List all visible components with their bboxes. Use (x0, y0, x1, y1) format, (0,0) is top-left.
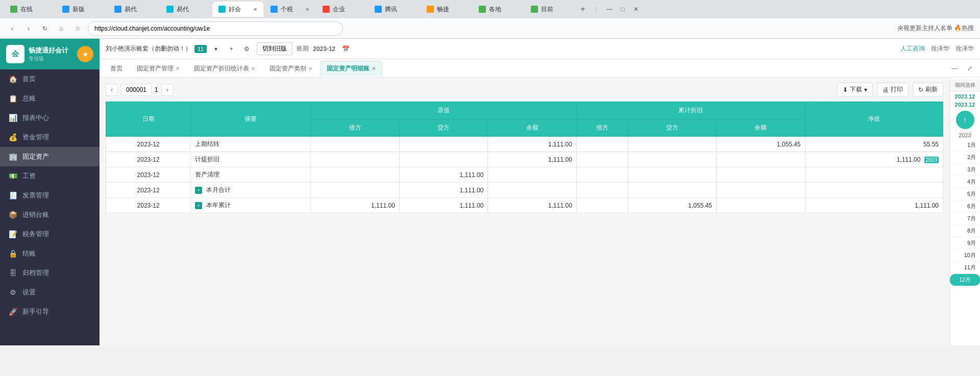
settings-account-button[interactable]: ⚙ (240, 43, 253, 55)
tab-favicon-8 (375, 6, 382, 13)
row3-orig-debit (311, 167, 400, 183)
browser-tab-10[interactable]: 各地 (473, 2, 524, 17)
account-dropdown[interactable]: ▾ (210, 43, 222, 55)
new-tab-button[interactable]: + (577, 3, 589, 15)
tab-close-6[interactable]: ✕ (305, 7, 309, 12)
sidebar-item-reports[interactable]: 📊 报表中心 (0, 108, 100, 128)
page-tab-category-close[interactable]: ✕ (308, 66, 312, 71)
browser-tab-4[interactable]: 易代 (160, 2, 211, 17)
browser-tab-2[interactable]: 新版 (56, 2, 107, 17)
maximize-button[interactable]: □ (617, 3, 629, 15)
sidebar-item-home[interactable]: 🏠 首页 (0, 69, 100, 89)
row1-summary: 上期结转 (191, 137, 311, 152)
search-hint: 央视更新主持人名单 🔥热搜 (897, 24, 974, 33)
refresh-icon: ↻ (918, 86, 923, 93)
page-tab-category[interactable]: 固定资产类别 ✕ (263, 61, 319, 76)
tab-favicon-9 (427, 6, 434, 13)
monthly-total-icon: + (195, 187, 202, 194)
tab-label-4: 易代 (177, 5, 189, 14)
sidebar-item-invoice[interactable]: 🧾 发票管理 (0, 186, 100, 205)
tab-menu-button[interactable]: ⋮ (590, 3, 602, 15)
sidebar-item-purchase-sales[interactable]: 📦 进销台账 (0, 205, 100, 224)
period-month-4[interactable]: 4月 (950, 176, 980, 188)
calendar-icon[interactable]: 📅 (339, 43, 352, 55)
page-tab-fixed-assets[interactable]: 固定资产管理 ✕ (130, 61, 186, 76)
page-tab-ledger-label: 固定资产明细账 (327, 64, 370, 73)
tab-favicon-2 (62, 6, 69, 13)
tab-close-5[interactable]: ✕ (253, 7, 257, 12)
sidebar-item-tax[interactable]: 📝 税务管理 (0, 224, 100, 244)
page-input[interactable] (121, 84, 152, 96)
forward-button[interactable]: › (22, 22, 35, 35)
tab-minimize-button[interactable]: — (948, 62, 961, 74)
sidebar-label-payroll: 工资 (22, 171, 36, 181)
browser-tab-11[interactable]: 目前 (525, 2, 576, 17)
sidebar-item-fixed-assets[interactable]: 🏢 固定资产 (0, 147, 100, 166)
period-selected-1[interactable]: 2023.12 (954, 92, 976, 101)
archive-icon: 🗄 (8, 268, 17, 278)
period-month-8[interactable]: 8月 (950, 225, 980, 237)
browser-tab-8[interactable]: 腾讯 (369, 2, 420, 17)
reports-icon: 📊 (8, 113, 17, 122)
close-button[interactable]: ✕ (630, 3, 642, 15)
browser-tab-1[interactable]: 在线 (4, 2, 55, 17)
sidebar-item-settings[interactable]: ⚙ 设置 (0, 283, 100, 302)
back-button[interactable]: ‹ (6, 22, 18, 35)
home-button[interactable]: ⌂ (55, 22, 67, 35)
sidebar-item-closing[interactable]: 🔒 结账 (0, 244, 100, 263)
period-month-2[interactable]: 2月 (950, 152, 980, 164)
period-month-3[interactable]: 3月 (950, 164, 980, 176)
period-month-7[interactable]: 7月 (950, 213, 980, 225)
page-tab-ledger-close[interactable]: ✕ (372, 66, 376, 71)
tab-expand-button[interactable]: ⤢ (964, 62, 976, 74)
sidebar-item-payroll[interactable]: 💵 工资 (0, 166, 100, 186)
sidebar-label-purchase-sales: 进销台账 (22, 210, 49, 219)
page-tab-ledger[interactable]: 固定资产明细账 ✕ (320, 61, 382, 76)
sidebar-item-archive[interactable]: 🗄 归档管理 (0, 263, 100, 283)
browser-tab-9[interactable]: 畅捷 (421, 2, 472, 17)
sidebar-item-cash[interactable]: 💰 资金管理 (0, 128, 100, 147)
page-separator: 1 (155, 86, 158, 93)
reload-button[interactable]: ↻ (39, 22, 51, 35)
switch-version-button[interactable]: 切到旧版 (257, 42, 292, 55)
next-page-button[interactable]: › (161, 84, 174, 96)
refresh-button[interactable]: ↻ 刷新 (913, 83, 943, 96)
period-month-10[interactable]: 10月 (950, 249, 980, 262)
row2-orig-debit (311, 152, 400, 167)
browser-tab-7[interactable]: 企业 (316, 2, 368, 17)
print-button[interactable]: 🖨 打印 (877, 83, 909, 96)
row5-net-value: 1,111.00 (805, 198, 943, 213)
download-button[interactable]: ⬇ 下载 ▾ (837, 83, 873, 96)
address-input[interactable] (88, 21, 343, 36)
tab-label-5: 好会 (229, 5, 241, 14)
row1-dep-debit (576, 137, 628, 152)
yearly-total-icon: + (195, 202, 202, 209)
browser-tab-5[interactable]: 好会 ✕ (212, 2, 263, 17)
scroll-top-button[interactable]: ↑ (956, 111, 974, 129)
account-info: 刘小艳演示账套（勿删勿动！） 11 ▾ + ⚙ (106, 43, 253, 55)
period-selected-2[interactable]: 2023.12 (954, 101, 976, 109)
browser-tab-6[interactable]: 个税 ✕ (264, 2, 315, 17)
period-month-9[interactable]: 9月 (950, 237, 980, 249)
period-month-1[interactable]: 1月 (950, 139, 980, 152)
minimize-button[interactable]: — (603, 3, 616, 15)
page-tab-depreciation[interactable]: 固定资产折旧统计表 ✕ (187, 61, 262, 76)
period-month-6[interactable]: 6月 (950, 200, 980, 213)
row5-date: 2023-12 (106, 198, 191, 213)
period-month-5[interactable]: 5月 (950, 188, 980, 200)
add-account-button[interactable]: + (225, 43, 237, 55)
bookmark-button[interactable]: ☆ (71, 22, 84, 35)
period-month-12[interactable]: 12月 (950, 274, 980, 286)
purchase-sales-icon: 📦 (8, 210, 17, 219)
page-tab-home[interactable]: 首页 (104, 61, 129, 76)
browser-tab-3[interactable]: 易代 (108, 2, 159, 17)
sidebar-star[interactable]: ★ (77, 46, 93, 62)
sidebar-item-guide[interactable]: 🚀 新手引导 (0, 302, 100, 321)
page-tab-fixed-assets-close[interactable]: ✕ (176, 66, 180, 71)
sidebar-item-general-ledger[interactable]: 📋 总账 (0, 89, 100, 108)
page-tab-depreciation-close[interactable]: ✕ (251, 66, 255, 71)
prev-page-button[interactable]: ‹ (106, 84, 118, 96)
sidebar-label-fixed-assets: 固定资产 (22, 152, 49, 161)
period-month-11[interactable]: 11月 (950, 262, 980, 274)
support-link[interactable]: 人工咨询 (900, 44, 925, 53)
